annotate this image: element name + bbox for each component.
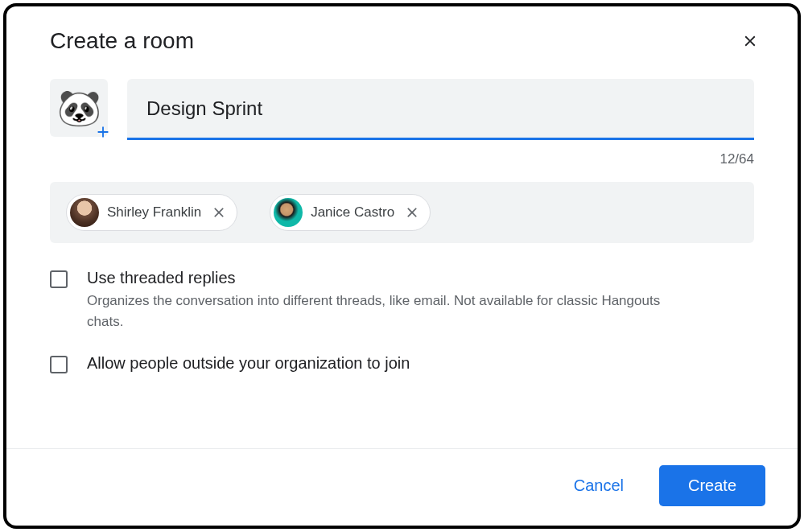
avatar [274, 198, 303, 227]
option-threaded-replies: Use threaded replies Organizes the conve… [50, 269, 754, 332]
panda-icon: 🐼 [57, 90, 101, 126]
dialog-footer: Cancel Create [6, 448, 798, 526]
options-section: Use threaded replies Organizes the conve… [50, 269, 754, 376]
chip-name: Janice Castro [311, 204, 394, 221]
room-name-input[interactable] [127, 79, 754, 140]
option-description: Organizes the conversation into differen… [87, 291, 666, 332]
close-icon [741, 32, 759, 50]
option-external-join: Allow people outside your organization t… [50, 354, 754, 376]
remove-person-button[interactable] [209, 203, 229, 222]
chip-name: Shirley Franklin [107, 204, 201, 221]
emoji-picker-button[interactable]: 🐼 [50, 79, 108, 137]
close-icon [211, 204, 227, 221]
option-label: Use threaded replies [87, 269, 754, 287]
remove-person-button[interactable] [402, 203, 422, 222]
option-text: Allow people outside your organization t… [87, 354, 754, 376]
char-count: 12/64 [127, 151, 754, 167]
name-row: 🐼 12/64 [50, 79, 754, 167]
cancel-button[interactable]: Cancel [561, 467, 637, 505]
people-field[interactable]: Shirley Franklin Janice Castro [50, 182, 754, 243]
option-label: Allow people outside your organization t… [87, 354, 754, 373]
person-chip: Shirley Franklin [66, 194, 237, 231]
external-join-checkbox[interactable] [50, 356, 68, 373]
person-chip: Janice Castro [270, 194, 431, 231]
option-text: Use threaded replies Organizes the conve… [87, 269, 754, 332]
create-room-dialog: Create a room 🐼 12/64 Shirley Franklin [6, 6, 798, 526]
plus-icon [93, 122, 113, 142]
dialog-title: Create a room [50, 28, 194, 54]
threaded-replies-checkbox[interactable] [50, 270, 68, 288]
avatar [70, 198, 99, 227]
dialog-body: 🐼 12/64 Shirley Franklin Janice Castr [6, 56, 798, 448]
dialog-header: Create a room [6, 6, 798, 56]
create-button[interactable]: Create [659, 465, 765, 506]
close-icon [404, 204, 420, 221]
room-name-field-wrap: 12/64 [127, 79, 754, 167]
close-button[interactable] [735, 26, 765, 56]
